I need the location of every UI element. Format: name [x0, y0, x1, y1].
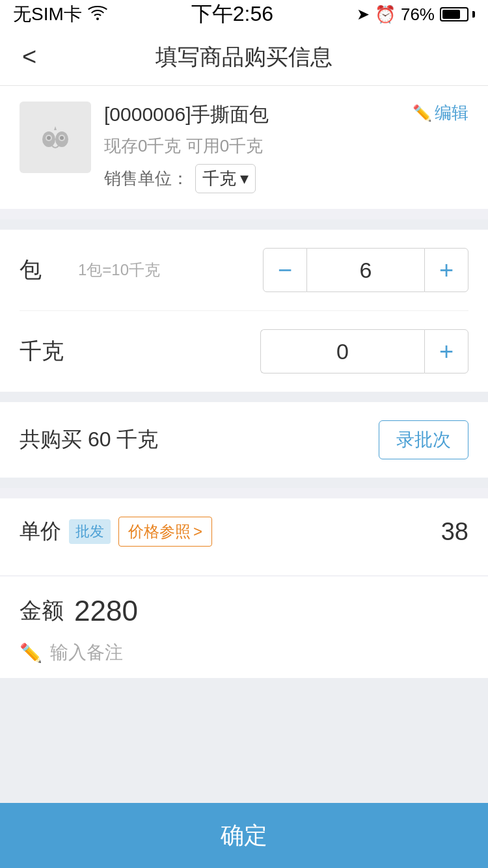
- qianke-input-row: 千克 +: [20, 311, 468, 392]
- divider-2: [0, 392, 488, 402]
- wifi-icon: [87, 4, 108, 25]
- qianke-controls: +: [260, 329, 468, 373]
- qianke-label: 千克: [20, 336, 72, 366]
- bao-qty-input[interactable]: [307, 248, 424, 292]
- unit-label: 销售单位：: [104, 167, 189, 190]
- empty-space: [0, 678, 488, 803]
- status-right: ➤ ⏰ 76%: [357, 5, 475, 25]
- dropdown-arrow-icon: ▾: [240, 169, 249, 189]
- bao-controls: − +: [263, 248, 468, 292]
- back-button[interactable]: <: [16, 36, 43, 77]
- remark-text: 输入备注: [50, 640, 123, 665]
- pencil-icon: ✏️: [20, 642, 42, 664]
- edit-button[interactable]: ✏️ 编辑: [413, 102, 468, 124]
- unit-select[interactable]: 千克 ▾: [195, 164, 256, 193]
- qianke-qty-input[interactable]: [260, 329, 424, 373]
- divider-1: [0, 219, 488, 230]
- status-time: 下午2:56: [191, 0, 273, 29]
- amount-section: 金额 2280 ✏️ 输入备注: [0, 576, 488, 678]
- remark-row[interactable]: ✏️ 输入备注: [20, 640, 468, 665]
- svg-marker-6: [54, 126, 57, 130]
- price-row: 单价 批发 价格参照 > 38: [20, 517, 468, 547]
- divider-3: [0, 478, 488, 488]
- nav-bar: < 填写商品购买信息: [0, 29, 488, 86]
- input-section: 包 1包=10千克 − + 千克 +: [0, 230, 488, 392]
- price-value: 38: [441, 518, 468, 546]
- amount-label: 金额: [20, 596, 64, 626]
- bao-label: 包: [20, 255, 72, 285]
- page-title: 填写商品购买信息: [156, 42, 332, 72]
- product-name: [0000006]手撕面包: [104, 102, 269, 128]
- bao-sublabel: 1包=10千克: [78, 260, 263, 280]
- svg-point-5: [60, 136, 64, 140]
- amount-value: 2280: [74, 595, 138, 627]
- price-ref-button[interactable]: 价格参照 >: [118, 517, 212, 547]
- batch-button[interactable]: 录批次: [379, 420, 468, 459]
- status-bar: 无SIM卡 下午2:56 ➤ ⏰ 76%: [0, 0, 488, 29]
- edit-icon: ✏️: [413, 104, 432, 122]
- product-unit-row: 销售单位： 千克 ▾: [104, 164, 468, 193]
- product-card: [0000006]手撕面包 ✏️ 编辑 现存0千克 可用0千克 销售单位： 千克…: [0, 86, 488, 209]
- bao-plus-button[interactable]: +: [424, 248, 468, 292]
- total-text: 共购买 60 千克: [20, 426, 158, 454]
- alarm-icon: ⏰: [375, 5, 396, 25]
- bao-input-row: 包 1包=10千克 − +: [20, 230, 468, 311]
- product-stock: 现存0千克 可用0千克: [104, 135, 468, 157]
- battery-text: 76%: [401, 5, 435, 25]
- total-row: 共购买 60 千克 录批次: [0, 402, 488, 478]
- amount-row: 金额 2280: [20, 595, 468, 627]
- price-left: 单价 批发 价格参照 >: [20, 517, 212, 547]
- qianke-plus-button[interactable]: +: [424, 329, 468, 373]
- carrier-text: 无SIM卡: [13, 2, 82, 27]
- battery-icon: [440, 7, 475, 21]
- price-label: 单价: [20, 517, 61, 546]
- confirm-button[interactable]: 确定: [0, 803, 488, 868]
- location-icon: ➤: [357, 5, 370, 23]
- price-section: 单价 批发 价格参照 > 38: [0, 498, 488, 575]
- product-thumbnail: [20, 102, 91, 173]
- chevron-right-icon: >: [193, 522, 202, 541]
- pifa-badge: 批发: [69, 519, 111, 544]
- svg-point-4: [47, 136, 51, 140]
- bao-minus-button[interactable]: −: [263, 248, 307, 292]
- status-left: 无SIM卡: [13, 2, 108, 27]
- product-info: [0000006]手撕面包 ✏️ 编辑 现存0千克 可用0千克 销售单位： 千克…: [104, 102, 468, 193]
